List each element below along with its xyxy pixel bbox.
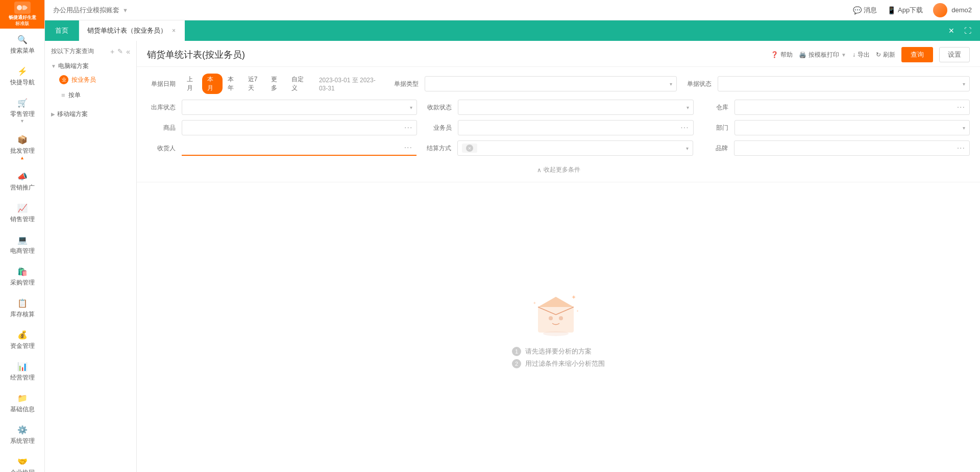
salesperson-filter[interactable]: ··· <box>458 120 693 135</box>
brand-filter[interactable]: ··· <box>734 140 970 156</box>
sidebar-item-marketing[interactable]: 📣 营销推广 <box>0 166 45 197</box>
sidebar-item-system[interactable]: ⚙️ 系统管理 <box>0 419 45 451</box>
tab-active[interactable]: 销货单统计表（按业务员） × <box>79 20 185 41</box>
sidebar-label-retail: 零售管理 <box>10 110 35 119</box>
sidebar-item-sales[interactable]: 📈 销售管理 <box>0 197 45 229</box>
collect-status-filter[interactable]: ▾ <box>458 100 693 115</box>
template-print-btn[interactable]: 🖨️ 按模板打印 ▼ <box>799 51 846 59</box>
print-dropdown-icon: ▼ <box>841 52 846 58</box>
mobile-group-header[interactable]: ▶ 移动端方案 <box>51 108 130 121</box>
sidebar-label-basicinfo: 基础信息 <box>10 405 35 414</box>
help-btn[interactable]: ❓ 帮助 <box>771 51 793 59</box>
empty-tip-2: 2 用过滤条件来缩小分析范围 <box>512 359 605 368</box>
tab-home[interactable]: 首页 <box>45 20 79 41</box>
date-tab-thisyear[interactable]: 本年 <box>223 73 243 95</box>
date-tab-thismonth[interactable]: 本月 <box>202 74 223 94</box>
status-label: 单据状态 <box>683 80 712 88</box>
ecommerce-icon: 💻 <box>17 234 28 245</box>
mobile-group-chevron: ▶ <box>51 111 55 117</box>
sub-item-label: 按单 <box>68 91 81 100</box>
query-button[interactable]: 查询 <box>901 47 933 62</box>
refresh-btn[interactable]: ↻ 刷新 <box>876 51 895 59</box>
sidebar-label-wholesale: 批发管理 <box>10 147 35 155</box>
sidebar-item-inventory[interactable]: 📋 库存核算 <box>0 292 45 324</box>
salesperson-label: 业务员 <box>423 124 452 132</box>
message-label: 消息 <box>864 6 877 15</box>
desktop-scheme-group: ▼ 电脑端方案 业 按业务员 ≡ 按单 <box>45 60 136 104</box>
app-download-btn[interactable]: 📱 App下载 <box>887 6 923 15</box>
recipient-filter[interactable]: ··· <box>182 140 416 156</box>
sidebar-item-retail[interactable]: 🛒 零售管理 ▼ <box>0 92 45 129</box>
goods-filter[interactable]: ··· <box>182 120 417 135</box>
username-label: demo2 <box>951 6 972 14</box>
sidebar-item-finance[interactable]: 💰 资金管理 <box>0 324 45 356</box>
panel-header: 按以下方案查询 + ✎ « <box>45 47 136 60</box>
message-btn[interactable]: 💬 消息 <box>853 6 877 15</box>
type-filter[interactable]: ▾ <box>425 76 677 91</box>
sales-icon: 📈 <box>17 202 28 214</box>
out-status-chevron: ▾ <box>410 105 412 110</box>
sidebar-label-enterprise: 企业协同 <box>10 468 35 472</box>
svg-point-1 <box>17 5 22 10</box>
export-label: 导出 <box>857 51 870 59</box>
status-chevron-down: ▾ <box>963 81 965 87</box>
brand-dots: ··· <box>957 144 965 153</box>
empty-illustration: ✦ ✦ ✦ <box>528 287 589 338</box>
settings-button[interactable]: 设置 <box>939 47 970 62</box>
export-icon: ↓ <box>852 51 855 58</box>
settlement-remove-btn[interactable]: × <box>466 145 473 152</box>
edit-scheme-btn[interactable]: ✎ <box>117 48 123 56</box>
empty-tips: 1 请先选择要分析的方案 2 用过滤条件来缩小分析范围 <box>512 347 605 368</box>
sidebar-label-marketing: 营销推广 <box>10 183 35 192</box>
status-filter[interactable]: ▾ <box>718 76 970 91</box>
sidebar-item-wholesale[interactable]: 📦 批发管理 ▲ <box>0 129 45 166</box>
scheme-sub-item[interactable]: ≡ 按单 <box>61 89 130 102</box>
date-tab-lastmonth[interactable]: 上月 <box>182 73 202 95</box>
warehouse-filter[interactable]: ··· <box>734 100 970 115</box>
settlement-chevron: ▾ <box>686 146 689 151</box>
active-tab-label: 销货单统计表（按业务员） <box>87 26 167 35</box>
settlement-filter[interactable]: × ▾ <box>457 140 693 156</box>
sidebar-item-enterprise[interactable]: 🤝 企业协同 <box>0 451 45 472</box>
left-panel: 按以下方案查询 + ✎ « ▼ 电脑端方案 业 按业务员 <box>45 41 137 472</box>
date-tab-7days[interactable]: 近7天 <box>243 73 266 95</box>
sidebar-item-quicknav[interactable]: ⚡ 快捷导航 <box>0 60 45 92</box>
sidebar-item-search[interactable]: 🔍 搜索菜单 <box>0 29 45 60</box>
date-tab-more[interactable]: 更多 <box>266 73 286 95</box>
filter-row-2: 出库状态 ▾ 收款状态 ▾ 仓库 ··· <box>147 100 970 115</box>
out-status-filter[interactable]: ▾ <box>182 100 417 115</box>
collapse-panel-btn[interactable]: « <box>126 48 130 56</box>
sidebar-item-ecommerce[interactable]: 💻 电商管理 <box>0 229 45 261</box>
collapse-bar: ∧ 收起更多条件 <box>147 161 970 176</box>
collapse-btn[interactable]: ∧ 收起更多条件 <box>531 164 586 176</box>
tab-minimize-btn[interactable]: ✕ <box>945 25 958 37</box>
page-title: 销货单统计表(按业务员) <box>147 49 245 61</box>
date-range-display: 2023-03-01 至 2023-03-31 <box>319 76 384 92</box>
filter-area: 单据日期 上月 本月 本年 近7天 更多 自定义 2023-03-01 至 20… <box>137 67 980 182</box>
sidebar-item-purchase[interactable]: 🛍️ 采购管理 <box>0 261 45 292</box>
collapse-chevron-icon: ∧ <box>537 167 542 174</box>
add-scheme-btn[interactable]: + <box>110 48 114 56</box>
user-menu[interactable]: demo2 <box>933 3 972 17</box>
search-icon: 🔍 <box>17 34 28 45</box>
date-tab-custom[interactable]: 自定义 <box>286 73 312 95</box>
sidebar-item-basicinfo[interactable]: 📁 基础信息 <box>0 387 45 419</box>
tab-maximize-btn[interactable]: ⛶ <box>962 25 974 37</box>
collapse-label: 收起更多条件 <box>544 166 580 174</box>
svg-point-10 <box>559 316 563 320</box>
sidebar-label-ecommerce: 电商管理 <box>10 247 35 255</box>
tab-close-btn[interactable]: × <box>171 26 177 35</box>
app-logo[interactable]: 畅捷通好生意 标准版 <box>0 0 45 29</box>
department-filter[interactable]: ▾ <box>734 120 970 135</box>
export-btn[interactable]: ↓ 导出 <box>852 51 870 59</box>
type-label: 单据类型 <box>390 80 419 88</box>
scheme-item-salesperson[interactable]: 业 按业务员 <box>51 73 130 87</box>
sidebar-item-operations[interactable]: 📊 经营管理 <box>0 356 45 387</box>
sidebar-label-finance: 资金管理 <box>10 342 35 350</box>
desktop-group-header[interactable]: ▼ 电脑端方案 <box>51 60 130 73</box>
tabbar-actions: ✕ ⛶ <box>945 20 980 41</box>
warehouse-label: 仓库 <box>700 103 728 112</box>
desktop-group-chevron: ▼ <box>51 63 56 69</box>
app-download-label: App下载 <box>898 6 923 15</box>
breadcrumb-dropdown-icon[interactable]: ▼ <box>122 7 128 13</box>
